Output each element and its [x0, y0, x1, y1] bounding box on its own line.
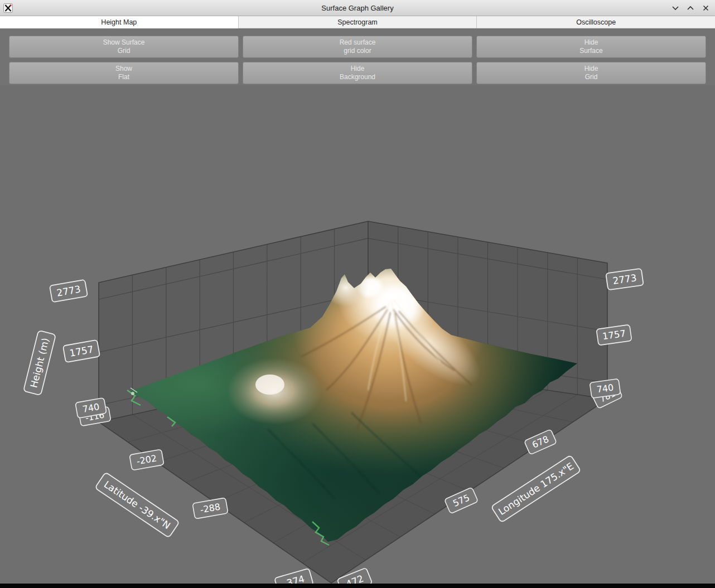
- latitude-axis-title: Latitude -39.x"N: [95, 472, 180, 538]
- button-label-line1: Red surface: [340, 38, 376, 47]
- tab-bar: Height Map Spectrogram Oscilloscope: [0, 16, 715, 28]
- tab-label: Height Map: [101, 18, 137, 26]
- tab-label: Spectrogram: [337, 18, 378, 26]
- height-tick-label-left: 1757: [63, 340, 100, 362]
- hide-grid-button[interactable]: Hide Grid: [476, 62, 706, 84]
- maximize-button[interactable]: [685, 3, 695, 13]
- button-label-line2: Background: [340, 73, 375, 81]
- show-flat-button[interactable]: Show Flat: [9, 62, 239, 84]
- latitude-tick-label: -374: [274, 568, 313, 584]
- latitude-tick-label: -202: [129, 449, 164, 470]
- red-surface-grid-color-button[interactable]: Red surface grid color: [243, 36, 472, 58]
- cliff-speck: [131, 392, 134, 395]
- show-surface-grid-button[interactable]: Show Surface Grid: [9, 36, 239, 58]
- title-bar[interactable]: Surface Graph Gallery: [0, 0, 715, 16]
- button-label-line2: Flat: [118, 73, 129, 81]
- button-label-line1: Hide: [584, 38, 598, 47]
- window-controls: [670, 0, 711, 16]
- bottom-edge: [0, 584, 715, 588]
- button-label-line2: grid color: [344, 47, 371, 55]
- button-label-line1: Hide: [584, 65, 598, 73]
- height-tick-label-left: 2773: [50, 280, 88, 303]
- tab-height-map[interactable]: Height Map: [0, 16, 239, 28]
- x11-icon: [3, 3, 13, 13]
- tab-oscilloscope[interactable]: Oscilloscope: [477, 16, 715, 28]
- tab-spectrogram[interactable]: Spectrogram: [239, 16, 477, 28]
- hide-background-button[interactable]: Hide Background: [243, 62, 472, 84]
- surface-plot-area[interactable]: -116 -202 -288 -374 781: [0, 85, 715, 584]
- window-title: Surface Graph Gallery: [0, 4, 715, 12]
- minimize-button[interactable]: [670, 3, 680, 13]
- button-label-line2: Surface: [579, 47, 602, 55]
- height-axis-title: Height (m): [23, 331, 56, 395]
- chevron-down-icon: [672, 5, 679, 11]
- height-tick-label-right: 2773: [606, 269, 644, 290]
- latitude-tick-label: -288: [192, 498, 228, 519]
- button-label-line2: Grid: [585, 73, 598, 81]
- tab-label: Oscilloscope: [576, 18, 616, 26]
- control-button-grid: Show Surface Grid Red surface grid color…: [0, 28, 715, 85]
- close-icon: [703, 5, 709, 11]
- button-label-line2: Grid: [118, 47, 131, 55]
- app-icon: [3, 3, 13, 13]
- surface-3d-canvas[interactable]: -116 -202 -288 -374 781: [0, 85, 715, 584]
- close-button[interactable]: [700, 3, 711, 13]
- button-label-line1: Show Surface: [103, 38, 145, 47]
- svg-text:Latitude -39.x"N: Latitude -39.x"N: [102, 479, 173, 531]
- button-label-line1: Hide: [351, 65, 365, 73]
- button-label-line1: Show: [115, 65, 132, 73]
- hide-surface-button[interactable]: Hide Surface: [476, 36, 706, 58]
- chevron-up-icon: [687, 5, 694, 11]
- app-window: Surface Graph Gallery Height Map: [0, 0, 715, 588]
- svg-text:Longitude 175.x"E: Longitude 175.x"E: [496, 460, 576, 517]
